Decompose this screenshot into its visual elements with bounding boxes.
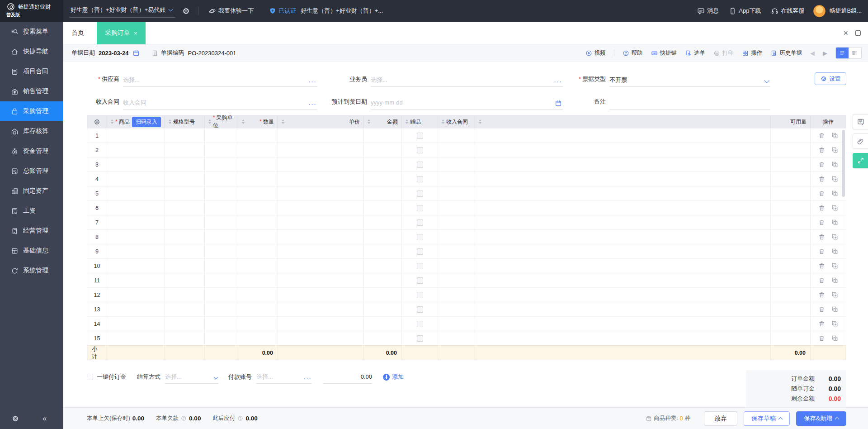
delete-row-icon[interactable] <box>818 277 825 284</box>
empty-cell[interactable] <box>278 201 364 215</box>
topbar-settings-button[interactable] <box>182 7 190 15</box>
empty-cell[interactable] <box>165 215 205 229</box>
empty-cell[interactable] <box>364 302 402 316</box>
empty-cell[interactable] <box>771 215 811 229</box>
copy-row-icon[interactable] <box>831 248 838 255</box>
delete-row-icon[interactable] <box>818 205 825 211</box>
save-and-new-button[interactable]: 保存&新增 <box>796 411 846 426</box>
certified-badge[interactable]: 已认证 <box>269 7 296 15</box>
tab-home[interactable]: 首页 <box>63 22 92 44</box>
empty-cell[interactable] <box>165 259 205 273</box>
empty-cell[interactable] <box>107 186 165 200</box>
empty-cell[interactable] <box>438 273 475 287</box>
empty-cell[interactable] <box>438 331 475 345</box>
delete-row-icon[interactable] <box>818 147 825 153</box>
messages-button[interactable]: 消息 <box>697 7 719 15</box>
gear-icon[interactable] <box>94 119 100 125</box>
empty-cell[interactable] <box>165 244 205 258</box>
gift-checkbox[interactable] <box>417 147 423 153</box>
empty-cell[interactable] <box>364 288 402 302</box>
copy-row-icon[interactable] <box>831 262 838 269</box>
gift-checkbox[interactable] <box>417 234 423 240</box>
prev-doc-icon[interactable]: ◀ <box>810 50 815 57</box>
column-gift[interactable]: 赠品 <box>402 115 438 128</box>
empty-cell[interactable] <box>475 273 771 287</box>
gift-checkbox[interactable] <box>417 191 423 197</box>
empty-cell[interactable] <box>278 317 364 331</box>
copy-row-icon[interactable] <box>831 190 838 197</box>
sidebar-item-8[interactable]: 固定资产 <box>0 181 63 201</box>
empty-cell[interactable] <box>107 230 165 244</box>
empty-cell[interactable] <box>205 186 238 200</box>
empty-cell[interactable] <box>205 317 238 331</box>
empty-cell[interactable] <box>165 273 205 287</box>
gift-checkbox[interactable] <box>417 335 423 342</box>
empty-cell[interactable] <box>438 230 475 244</box>
empty-cell[interactable] <box>238 302 278 316</box>
empty-cell[interactable] <box>165 317 205 331</box>
empty-cell[interactable] <box>771 201 811 215</box>
print-button[interactable]: 打印 <box>713 49 734 57</box>
remark-input[interactable] <box>609 99 770 106</box>
empty-cell[interactable] <box>165 230 205 244</box>
video-button[interactable]: 视频 <box>585 49 606 57</box>
add-payment-button[interactable]: 添加 <box>383 370 404 384</box>
empty-cell[interactable] <box>475 288 771 302</box>
empty-cell[interactable] <box>238 186 278 200</box>
experience-link[interactable]: 我要体验一下 <box>208 7 254 15</box>
sidebar-item-10[interactable]: 经营管理 <box>0 221 63 241</box>
copy-row-icon[interactable] <box>831 161 838 168</box>
empty-cell[interactable] <box>205 331 238 345</box>
empty-cell[interactable] <box>364 186 402 200</box>
empty-cell[interactable] <box>438 288 475 302</box>
empty-cell[interactable] <box>165 129 205 143</box>
empty-cell[interactable] <box>771 259 811 273</box>
sort-icon[interactable] <box>242 119 245 124</box>
maximize-icon[interactable] <box>855 30 861 36</box>
empty-cell[interactable] <box>475 302 771 316</box>
scan-entry-button[interactable]: 扫码录入 <box>132 117 161 127</box>
sidebar-collapse-icon[interactable]: « <box>42 414 46 423</box>
calendar-icon[interactable] <box>555 99 562 107</box>
delete-row-icon[interactable] <box>818 161 825 168</box>
card-view-button[interactable] <box>849 48 861 58</box>
delete-row-icon[interactable] <box>818 291 825 298</box>
empty-cell[interactable] <box>475 244 771 258</box>
sort-icon[interactable] <box>479 119 481 124</box>
empty-cell[interactable] <box>438 143 475 157</box>
empty-cell[interactable] <box>771 157 811 172</box>
empty-cell[interactable] <box>238 317 278 331</box>
empty-cell[interactable] <box>364 215 402 229</box>
deposit-amount-input[interactable] <box>323 373 372 380</box>
empty-cell[interactable] <box>364 129 402 143</box>
empty-cell[interactable] <box>364 143 402 157</box>
sidebar-item-4[interactable]: 采购管理 <box>0 101 63 121</box>
empty-cell[interactable] <box>205 288 238 302</box>
empty-cell[interactable] <box>438 186 475 200</box>
column-amount[interactable]: 金额 <box>364 115 402 128</box>
empty-cell[interactable] <box>475 331 771 345</box>
empty-cell[interactable] <box>205 302 238 316</box>
tab-close-icon[interactable]: × <box>134 30 137 37</box>
empty-cell[interactable] <box>278 172 364 186</box>
gift-checkbox[interactable] <box>417 321 423 327</box>
gift-checkbox[interactable] <box>417 248 423 255</box>
delete-row-icon[interactable] <box>818 190 825 197</box>
empty-cell[interactable] <box>205 201 238 215</box>
empty-cell[interactable] <box>278 273 364 287</box>
delete-row-icon[interactable] <box>818 306 825 313</box>
settle-method-select[interactable] <box>165 370 218 384</box>
copy-row-icon[interactable] <box>831 132 838 139</box>
empty-cell[interactable] <box>475 259 771 273</box>
invoice-type-select[interactable]: 不开票 <box>609 73 770 87</box>
gift-checkbox[interactable] <box>417 277 423 284</box>
payment-account-picker-icon[interactable]: ··· <box>303 375 311 381</box>
hotkeys-button[interactable]: 快捷键 <box>651 49 677 57</box>
empty-cell[interactable] <box>278 259 364 273</box>
sidebar-item-3[interactable]: 销售管理 <box>0 81 63 101</box>
delete-row-icon[interactable] <box>818 234 825 240</box>
empty-cell[interactable] <box>475 157 771 172</box>
income-contract-picker-icon[interactable]: ··· <box>308 100 316 107</box>
salesman-input[interactable] <box>371 76 563 83</box>
empty-cell[interactable] <box>364 317 402 331</box>
